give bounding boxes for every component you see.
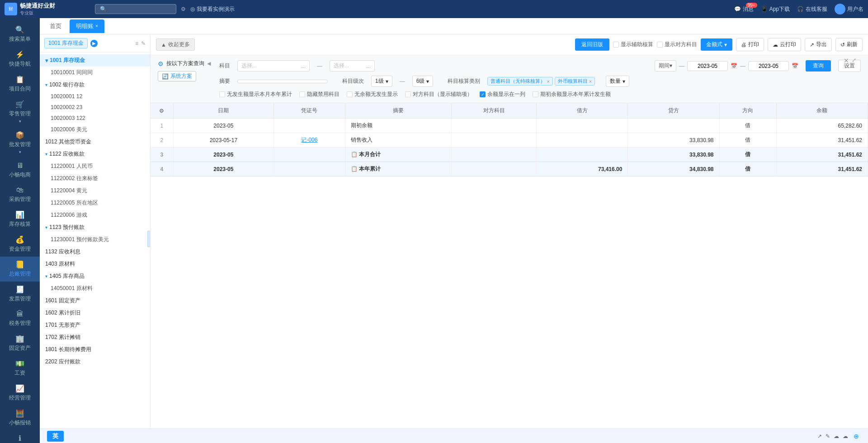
sidebar-item-ecommerce[interactable]: 🖥 小畅电商: [0, 158, 40, 182]
sidebar-item-capital[interactable]: 💰 资金管理: [0, 232, 40, 257]
notifications-btn[interactable]: 💬 消息 99+: [734, 5, 754, 13]
cb-contra[interactable]: 对方科目（显示辅助项）: [405, 91, 472, 98]
tree-item-14050001[interactable]: 14050001 原材料: [40, 282, 150, 295]
bottom-arrow-icon[interactable]: ↗: [817, 433, 822, 439]
print-btn[interactable]: 🖨 打印: [736, 38, 764, 51]
expand-panel-btn[interactable]: ⤢: [852, 57, 856, 64]
collapse-more-btn[interactable]: ▲ 收起更多: [156, 38, 195, 51]
sidebar-item-assets[interactable]: 🏢 固定资产: [0, 331, 40, 356]
period-end-input[interactable]: [748, 61, 789, 71]
sidebar-item-invoice[interactable]: 🧾 发票管理: [0, 281, 40, 306]
account-type-tag-foreign[interactable]: 外币核算科目×: [555, 77, 595, 86]
cb-hide-disabled[interactable]: 隐藏禁用科目: [299, 91, 340, 98]
period-start-input[interactable]: [687, 61, 728, 71]
tab-ledger[interactable]: 明细账 ×: [70, 19, 104, 33]
close-normal-tag[interactable]: ×: [547, 79, 549, 84]
edit-icon[interactable]: ✎: [141, 40, 146, 47]
period-cal-icon[interactable]: 📅: [731, 63, 737, 69]
list-view-icon[interactable]: ≡: [135, 40, 138, 47]
sidebar-item-project[interactable]: 📋 项目合同: [0, 71, 40, 96]
bottom-plus-icon[interactable]: ⊕: [852, 432, 861, 441]
bottom-edit-icon[interactable]: ✎: [826, 433, 830, 439]
sidebar-item-operations[interactable]: 📈 经营管理: [0, 381, 40, 405]
amount-mode-btn[interactable]: 金额式 ▾: [701, 38, 732, 51]
online-service-btn[interactable]: 🎧 在线客服: [797, 5, 827, 13]
account-type-tag-normal[interactable]: 普通科目（无特殊核算）×: [487, 77, 552, 86]
left-panel-collapse-btn[interactable]: ‹: [147, 231, 151, 247]
tree-item-1001[interactable]: ▾ 1001 库存现金: [40, 54, 150, 67]
tree-item-11220006[interactable]: 11220006 游戏: [40, 209, 150, 221]
sidebar-item-shortcut[interactable]: ⚡ 快捷导航: [0, 47, 40, 71]
collapse-filter-btn[interactable]: ◀: [207, 61, 211, 67]
sidebar-item-wholesale[interactable]: 📦 批发管理 ▾: [0, 127, 40, 158]
period-type-label[interactable]: 期间▾: [655, 60, 676, 71]
tree-item-1132[interactable]: 1132 应收利息: [40, 246, 150, 258]
tree-item-11220004[interactable]: 11220004 黄元: [40, 185, 150, 197]
tree-group-1002[interactable]: ▾ 1002 银行存款: [40, 79, 150, 91]
tree-item-10020001[interactable]: 10020001 12: [40, 91, 150, 102]
settings-gear-icon[interactable]: ⚙: [181, 6, 186, 12]
sidebar-item-inventory[interactable]: 📊 库存核算: [0, 207, 40, 232]
settings-filter-icon[interactable]: ⚙: [158, 60, 164, 67]
cb-balance-one-col[interactable]: 余额显示在一列: [480, 91, 525, 98]
tree-item-11220001[interactable]: 11220001 人民币: [40, 160, 150, 172]
sidebar-item-retail[interactable]: 🛒 零售管理 ▾: [0, 96, 40, 127]
sidebar-item-reports[interactable]: 🧮 小畅报销: [0, 405, 40, 430]
sidebar-item-purchase[interactable]: 🛍 采购管理: [0, 182, 40, 207]
tree-item-2202[interactable]: 2202 应付账款: [40, 356, 150, 368]
return-old-btn[interactable]: 返回旧版: [575, 38, 609, 51]
tree-item-1601[interactable]: 1601 固定资产: [40, 295, 150, 307]
close-panel-btn[interactable]: ✕: [844, 57, 849, 64]
tree-item-11230001[interactable]: 11230001 预付账款美元: [40, 233, 150, 246]
quantity-select[interactable]: 数量 ▾: [606, 76, 629, 87]
tree-item-1701[interactable]: 1701 无形资产: [40, 319, 150, 331]
tab-home[interactable]: 首页: [43, 19, 68, 33]
level-from-select[interactable]: 1级 ▾: [371, 76, 392, 87]
show-contra-checkbox[interactable]: 显示对方科目: [657, 41, 697, 48]
tree-item-1801[interactable]: 1801 长期待摊费用: [40, 343, 150, 356]
tree-group-1405[interactable]: ▾ 1405 库存商品: [40, 270, 150, 282]
scheme-tag[interactable]: 🔄 系统方案: [158, 71, 196, 81]
tree-group-1122[interactable]: ▾ 1122 应收账款: [40, 148, 150, 160]
bottom-cloud-icon2[interactable]: ☁: [843, 433, 848, 439]
bottom-cloud-icon1[interactable]: ☁: [834, 433, 839, 439]
sidebar-item-basic[interactable]: ℹ 基础信息: [0, 430, 40, 443]
account-tag[interactable]: 1001 库存现金: [44, 38, 88, 48]
voucher-link-2[interactable]: 记-006: [301, 137, 317, 143]
cb-opening-balance[interactable]: 期初余额显示本年累计发生额: [533, 91, 611, 98]
demo-link[interactable]: ◎ 我要看实例演示: [190, 5, 235, 13]
lang-btn[interactable]: 英: [47, 431, 64, 442]
period-cal-end-icon[interactable]: 📅: [792, 63, 798, 69]
tab-close-btn[interactable]: ×: [95, 24, 98, 29]
top-search-box[interactable]: 🔍: [95, 4, 176, 14]
tree-group-1123[interactable]: ▾ 1123 预付账款: [40, 221, 150, 233]
tree-item-10020002[interactable]: 10020002 23: [40, 102, 150, 113]
tree-item-10010001[interactable]: 10010001 同同同: [40, 67, 150, 79]
subject-end-input[interactable]: 选择... ...: [330, 60, 375, 71]
tree-item-1602[interactable]: 1602 累计折旧: [40, 307, 150, 319]
tree-item-1702[interactable]: 1702 累计摊销: [40, 331, 150, 343]
tree-item-10020003[interactable]: 10020003 122: [40, 113, 150, 124]
th-gear[interactable]: ⚙: [151, 103, 173, 119]
sidebar-item-salary[interactable]: 💵 工资: [0, 356, 40, 381]
cb-no-balance[interactable]: 无发生额显示本月本年累计: [219, 91, 292, 98]
tree-item-10020006[interactable]: 10020006 美元: [40, 124, 150, 136]
summary-input[interactable]: [237, 80, 328, 83]
search-input[interactable]: [109, 6, 164, 12]
app-download-btn[interactable]: 📱 App下载: [761, 5, 790, 13]
close-foreign-tag[interactable]: ×: [589, 79, 592, 84]
sidebar-item-tax[interactable]: 🏛 税务管理: [0, 306, 40, 331]
tree-item-11220002[interactable]: 11220002 往来标签: [40, 172, 150, 185]
td-voucher-2[interactable]: 记-006: [274, 133, 345, 148]
query-btn[interactable]: 查询: [806, 60, 831, 71]
sidebar-item-search[interactable]: 🔍 搜索菜单: [0, 22, 40, 47]
sidebar-item-ledger[interactable]: 📒 总账管理: [0, 257, 40, 281]
cloud-print-btn[interactable]: ☁ 云打印: [768, 38, 801, 51]
export-btn[interactable]: ↗ 导出: [805, 38, 832, 51]
show-aux-calc-checkbox[interactable]: 显示辅助核算: [613, 41, 653, 48]
refresh-btn[interactable]: ↺ 刷新: [835, 38, 863, 51]
navigate-account-btn[interactable]: ▶: [90, 40, 98, 47]
tree-item-11220005[interactable]: 11220005 所在地区: [40, 197, 150, 209]
cb-no-balance-show[interactable]: 无余额无发生显示: [347, 91, 398, 98]
tree-item-1012[interactable]: 1012 其他货币资金: [40, 136, 150, 148]
